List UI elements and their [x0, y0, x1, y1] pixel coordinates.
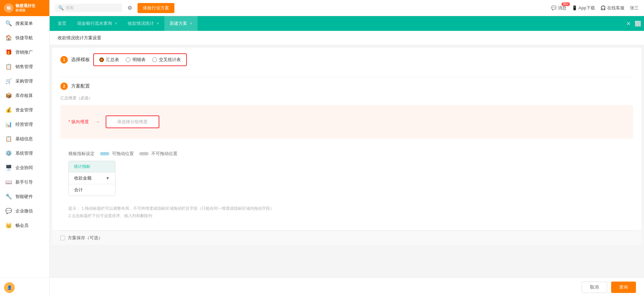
sidebar-item-smart-hw[interactable]: 🔧 智能硬件 [0, 189, 49, 204]
sidebar-item-search-menu[interactable]: 🔍 搜索菜单 [0, 16, 49, 31]
download-icon: 📱 [572, 5, 577, 10]
logo-icon: 畅 [4, 3, 13, 13]
dim-placeholder-box[interactable]: 请选择分组维度 [106, 115, 159, 128]
sidebar-label-system: 系统管理 [15, 150, 33, 156]
step1-header: 1 选择模板 汇总表 明细表 交叉统计表 [60, 53, 633, 66]
logo-text: 畅捷通好生 [15, 3, 36, 8]
sidebar-icon-sales: 📋 [5, 63, 12, 70]
radio-input-cross[interactable] [152, 57, 157, 62]
message-badge[interactable]: 💬 消息 99+ [551, 5, 567, 11]
sidebar-item-purchase[interactable]: 🛒 采购管理 [0, 74, 49, 88]
radio-input-detail[interactable] [126, 57, 130, 62]
message-icon: 💬 [551, 5, 556, 10]
tips-section: 提示： 1.拖动标题栏可以调整布局，不可跨维度或指标区域拖动栏目字段（只能在同一… [60, 202, 633, 225]
search-bar[interactable]: 🔍 搜索 [55, 4, 122, 12]
step2-section: 2 方案配置 汇总维度（必选） 纵向维度 → 请选择分组维度 [52, 77, 641, 230]
tab-bank-flow[interactable]: 现金银行流水查询× [72, 16, 122, 31]
service-label: 在线客服 [607, 5, 625, 11]
legend-nodrag-dot [139, 152, 149, 155]
cell-label: 收款金额 [74, 175, 92, 181]
search-placeholder: 搜索 [66, 5, 74, 11]
sidebar-item-member[interactable]: 👑 畅会员 [0, 218, 49, 233]
tab-close-receipt-stat[interactable]: × [157, 21, 159, 26]
step1-section: 1 选择模板 汇总表 明细表 交叉统计表 [52, 48, 641, 77]
sidebar-icon-newbie: 📖 [5, 179, 12, 185]
sidebar-label-sales: 销售管理 [15, 64, 33, 70]
topbar-right: 💬 消息 99+ 📱 App下载 🎧 在线客服 张三 [551, 5, 639, 11]
sidebar-item-wechat[interactable]: 💬 企业微信 [0, 204, 49, 218]
badge-count: 99+ [561, 2, 570, 6]
sidebar-label-enterprise: 企业协同 [15, 165, 33, 171]
radio-cross[interactable]: 交叉统计表 [152, 57, 181, 63]
main-area: 🔍 搜索 ⚙ 体验行业方案 💬 消息 99+ 📱 App下载 🎧 在线客服 张三… [50, 0, 644, 297]
sidebar-item-operations[interactable]: 📊 经营管理 [0, 117, 49, 132]
tab-receipt-stat[interactable]: 收款情况统计× [122, 16, 164, 31]
sidebar-icon-quick-nav: 🏠 [5, 35, 12, 41]
dim-row: 纵向维度 → 请选择分组维度 [68, 115, 159, 128]
sidebar-label-funds: 资金管理 [15, 107, 33, 113]
query-button[interactable]: 查询 [611, 282, 636, 293]
cell-dropdown-icon[interactable]: ▼ [106, 176, 110, 181]
save-option[interactable]: 方案保存（可选） [60, 235, 103, 241]
legend-drag-dot [100, 152, 109, 155]
step2-title: 方案配置 [71, 83, 90, 89]
tab-close-bank-flow[interactable]: × [115, 21, 117, 26]
sidebar-item-newbie[interactable]: 📖 新手引导 [0, 175, 49, 189]
tab-close-new-plan[interactable]: × [190, 21, 192, 26]
sidebar-label-search-menu: 搜索菜单 [15, 20, 33, 27]
main-panel: 1 选择模板 汇总表 明细表 交叉统计表 2 方案配置 [52, 48, 641, 245]
sidebar-item-quick-nav[interactable]: 🏠 快捷导航 [0, 31, 49, 45]
indicator-cell-收款金额: 收款金额▼ [69, 172, 115, 184]
content-area: 收款情况统计方案设置 1 选择模板 汇总表 明细表 交叉统计表 [50, 31, 644, 277]
dim-config-area: 纵向维度 → 请选择分组维度 [60, 105, 633, 139]
avatar: 👤 [4, 282, 15, 293]
radio-detail[interactable]: 明细表 [126, 57, 146, 63]
dim-arrow-icon: → [94, 118, 100, 126]
user-name[interactable]: 张三 [630, 5, 639, 11]
sidebar-item-funds[interactable]: 💰 资金管理 [0, 103, 49, 117]
sidebar-item-marketing[interactable]: 🎁 营销推广 [0, 45, 49, 59]
sidebar-icon-marketing: 🎁 [5, 49, 12, 55]
service-icon: 🎧 [600, 5, 606, 10]
tab-home[interactable]: 首页 [52, 16, 72, 31]
radio-label-detail: 明细表 [132, 57, 146, 63]
tip1: 提示： 1.拖动标题栏可以调整布局，不可跨维度或指标区域拖动栏目字段（只能在同一… [68, 205, 625, 212]
dim-label: 汇总维度（必选） [60, 95, 633, 101]
sidebar-icon-funds: 💰 [5, 107, 12, 113]
radio-summary[interactable]: 汇总表 [99, 57, 119, 63]
tabbar-actions: ✕ ⬜ [626, 20, 641, 27]
legend-drag: 可拖动位置 [100, 151, 134, 157]
online-service[interactable]: 🎧 在线客服 [600, 5, 625, 11]
logo-edition: 标准版 [15, 8, 36, 13]
step2-badge: 2 [60, 83, 68, 90]
logo: 畅 畅捷通好生 标准版 [0, 0, 49, 16]
tab-label-receipt-stat: 收款情况统计 [128, 20, 154, 27]
tab-bar: 首页现金银行流水查询×收款情况统计×新建方案× ✕ ⬜ [50, 16, 644, 31]
radio-label-cross: 交叉统计表 [159, 57, 181, 63]
sidebar-item-inventory[interactable]: 📦 库存核算 [0, 88, 49, 103]
maximize-icon[interactable]: ⬜ [635, 20, 641, 27]
sidebar-label-operations: 经营管理 [15, 121, 33, 128]
page-header: 收款情况统计方案设置 [50, 31, 644, 45]
sidebar-item-sales[interactable]: 📋 销售管理 [0, 59, 49, 74]
close-window-icon[interactable]: ✕ [626, 20, 631, 27]
radio-input-summary[interactable] [99, 57, 104, 62]
sidebar-item-enterprise[interactable]: 🖥️ 企业协同 [0, 160, 49, 175]
app-download[interactable]: 📱 App下载 [572, 5, 595, 11]
step1-badge: 1 [60, 56, 68, 63]
gear-icon[interactable]: ⚙ [127, 5, 132, 11]
indicator-header: 模板指标设定 可拖动位置 不可拖动位置 [68, 151, 625, 157]
cancel-button[interactable]: 取消 [582, 282, 607, 293]
sidebar-item-system[interactable]: ⚙️ 系统管理 [0, 146, 49, 160]
step1-title: 选择模板 [71, 57, 90, 63]
footer: 取消 查询 [50, 277, 644, 297]
sidebar-label-smart-hw: 智能硬件 [15, 194, 33, 200]
trial-button[interactable]: 体验行业方案 [138, 3, 174, 13]
save-checkbox[interactable] [60, 236, 65, 240]
sidebar-menu: 🔍 搜索菜单 🏠 快捷导航 🎁 营销推广 📋 销售管理 🛒 采购管理 📦 库存核… [0, 16, 49, 233]
download-label: App下载 [579, 5, 595, 11]
tab-new-plan[interactable]: 新建方案× [164, 16, 198, 31]
sidebar-item-basic-info[interactable]: 📋 基础信息 [0, 132, 49, 146]
indicator-table-header: 统计指标 [69, 161, 115, 172]
tab-label-new-plan: 新建方案 [170, 20, 187, 27]
